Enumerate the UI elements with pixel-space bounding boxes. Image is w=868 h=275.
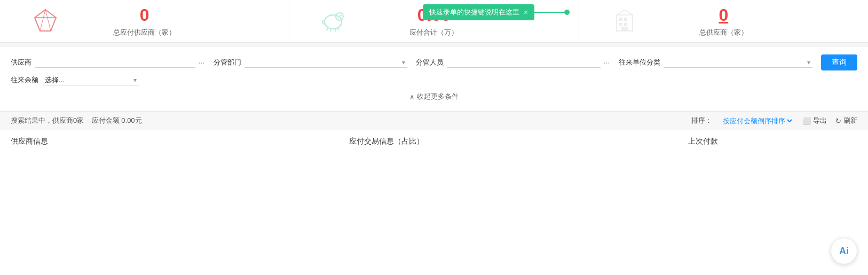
- svg-rect-13: [624, 18, 627, 21]
- diamond-icon: [32, 7, 59, 36]
- results-text: 搜索结果中，供应商0家: [11, 116, 84, 124]
- tooltip-dot: [564, 10, 570, 15]
- query-button[interactable]: 查询: [821, 54, 857, 70]
- svg-rect-15: [624, 23, 627, 26]
- collapse-up-icon: ∧: [409, 93, 415, 101]
- svg-line-7: [327, 27, 328, 31]
- collapse-button[interactable]: ∧ 收起更多条件: [409, 92, 459, 101]
- results-bar-right: 排序： 按应付会额倒序排序 ⬜ 导出 ↻ 刷新: [691, 116, 857, 125]
- svg-line-17: [617, 10, 625, 15]
- svg-rect-16: [621, 27, 628, 31]
- total-suppliers-number: 0: [719, 5, 728, 25]
- unit-class-select[interactable]: [664, 57, 813, 68]
- table-header: 供应商信息 应付交易信息（占比） 上次付款: [0, 130, 868, 153]
- tooltip-close-btn[interactable]: ×: [524, 8, 528, 17]
- stats-total-suppliers: 0 总供应商（家）: [579, 0, 868, 42]
- stats-bar: 0 总应付供应商（家） 快速录单的快捷键说明在这里 × 0.00 应付合计（万）: [0, 0, 868, 43]
- unit-class-filter-group: 往来单位分类 ▾: [619, 57, 813, 68]
- payable-total-label: 应付合计（万）: [409, 28, 458, 37]
- balance-label: 往来余额: [11, 75, 38, 85]
- unit-class-label: 往来单位分类: [619, 58, 660, 67]
- sort-label: 排序：: [691, 116, 712, 125]
- export-icon: ⬜: [802, 117, 811, 125]
- svg-rect-12: [619, 18, 622, 21]
- col-header-transaction: 应付交易信息（占比）: [349, 137, 688, 146]
- results-amount: 应付金额 0.00元: [92, 116, 142, 124]
- svg-rect-14: [619, 23, 622, 26]
- refresh-label: 刷新: [843, 116, 857, 125]
- building-icon: [611, 7, 638, 36]
- tooltip-text: 快速录单的快捷键说明在这里: [429, 7, 519, 17]
- svg-line-18: [625, 10, 633, 15]
- results-bar: 搜索结果中，供应商0家 应付金额 0.00元 排序： 按应付会额倒序排序 ⬜ 导…: [0, 112, 868, 130]
- shortcut-tooltip: 快速录单的快捷键说明在这里 ×: [423, 4, 534, 20]
- stats-total-payable-suppliers: 0 总应付供应商（家）: [0, 0, 289, 42]
- department-label: 分管部门: [214, 58, 241, 67]
- svg-line-8: [330, 28, 331, 32]
- balance-select[interactable]: 选择...: [43, 75, 139, 85]
- total-payable-number: 0: [140, 5, 149, 25]
- collapse-row: ∧ 收起更多条件: [11, 90, 857, 106]
- person-input[interactable]: [447, 57, 601, 68]
- results-summary: 搜索结果中，供应商0家 应付金额 0.00元: [11, 116, 142, 125]
- col-header-last-payment: 上次付款: [688, 137, 857, 146]
- total-payable-label: 总应付供应商（家）: [113, 28, 176, 37]
- filter-row-2: 往来余额 选择... ▾: [11, 75, 857, 85]
- filter-row-1: 供应商 ··· 分管部门 ▾ 分管人员 ··· 往来单位分类: [11, 54, 857, 70]
- ai-badge[interactable]: Ai: [831, 238, 857, 264]
- supplier-label: 供应商: [11, 58, 31, 67]
- col-header-supplier: 供应商信息: [11, 137, 349, 146]
- svg-line-9: [335, 28, 336, 32]
- collapse-label: 收起更多条件: [417, 92, 459, 101]
- table-body: [0, 153, 868, 275]
- balance-select-wrapper: 选择... ▾: [43, 75, 139, 85]
- supplier-input[interactable]: [35, 57, 195, 68]
- balance-filter-group: 往来余额 选择... ▾: [11, 75, 139, 85]
- sort-select[interactable]: 按应付会额倒序排序: [721, 116, 794, 125]
- svg-point-6: [340, 14, 342, 16]
- supplier-dots-btn[interactable]: ···: [199, 58, 205, 67]
- refresh-icon: ↻: [835, 117, 841, 125]
- piggy-icon: [321, 7, 348, 36]
- department-select[interactable]: [244, 57, 408, 68]
- person-dots-btn[interactable]: ···: [604, 58, 610, 67]
- export-label: 导出: [813, 116, 827, 125]
- filter-bar: 供应商 ··· 分管部门 ▾ 分管人员 ··· 往来单位分类: [0, 47, 868, 112]
- svg-marker-0: [35, 10, 56, 31]
- stats-payable-total: 快速录单的快捷键说明在这里 × 0.00 应付合计（万）: [289, 0, 579, 42]
- supplier-filter-group: 供应商 ···: [11, 57, 205, 68]
- unit-class-select-wrapper: ▾: [664, 57, 813, 68]
- svg-point-4: [325, 15, 342, 29]
- total-suppliers-label: 总供应商（家）: [699, 28, 748, 37]
- export-button[interactable]: ⬜ 导出: [802, 116, 827, 125]
- person-filter-group: 分管人员 ···: [416, 57, 610, 68]
- refresh-button[interactable]: ↻ 刷新: [835, 116, 857, 125]
- person-label: 分管人员: [416, 58, 444, 67]
- department-select-wrapper: ▾: [244, 57, 408, 68]
- department-filter-group: 分管部门 ▾: [214, 57, 408, 68]
